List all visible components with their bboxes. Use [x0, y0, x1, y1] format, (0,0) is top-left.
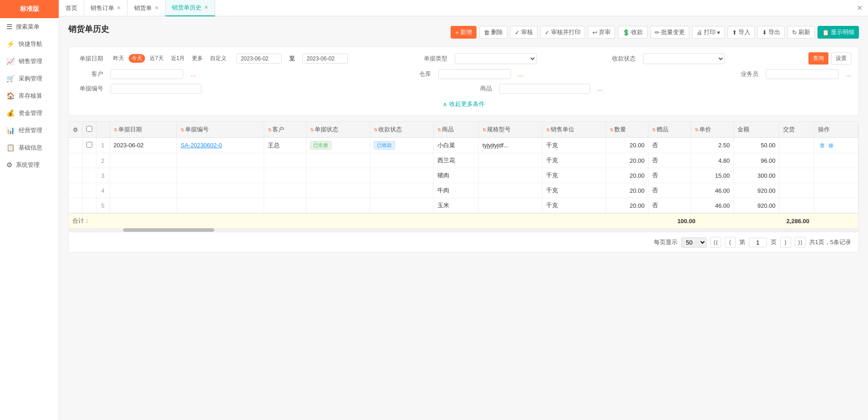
tab-sales-order-close[interactable]: ✕ — [117, 5, 121, 11]
sidebar-item-ops-mgmt[interactable]: 📊 经营管理 — [0, 122, 59, 139]
tab-sales-history-close[interactable]: ✕ — [204, 5, 208, 10]
more-action[interactable]: 操 — [827, 142, 835, 149]
th-customer[interactable]: ⇅客户 — [264, 122, 306, 138]
audit-button[interactable]: ✓ 审核 — [510, 26, 537, 39]
shortcut-more[interactable]: 更多 — [189, 54, 206, 63]
th-gift[interactable]: ⇅赠品 — [648, 122, 691, 138]
th-doc-status[interactable]: ⇅单据状态 — [306, 122, 370, 138]
tab-sales-order[interactable]: 销售订单 ✕ — [84, 0, 128, 16]
shortcut-7days[interactable]: 近7天 — [147, 54, 166, 63]
scrollbar-thumb[interactable] — [123, 228, 214, 232]
cell-unit: 千克 — [542, 198, 606, 213]
gear-icon[interactable]: ⚙ — [73, 126, 78, 133]
sidebar-item-basic-info[interactable]: 📋 基础信息 — [0, 139, 59, 156]
print-label: 打印 — [704, 28, 716, 36]
cell-spec: tyjyjtyjdf... — [479, 138, 542, 153]
goods-input[interactable] — [499, 84, 590, 94]
collect-button[interactable]: 💲 收款 — [618, 26, 647, 39]
show-detail-icon: 📋 — [822, 29, 829, 36]
next-page-btn[interactable]: ⟩ — [780, 237, 791, 248]
cell-customer — [264, 168, 306, 183]
tab-sales-history[interactable]: 销货单历史 ✕ — [166, 0, 215, 16]
doc-no-link[interactable]: SA-20230602-0 — [181, 142, 222, 149]
cell-trade — [779, 153, 814, 168]
sidebar-item-purchase-mgmt[interactable]: 🛒 采购管理 — [0, 70, 59, 87]
tab-sales-goods-close[interactable]: ✕ — [155, 5, 159, 11]
add-button[interactable]: + 新增 — [451, 26, 477, 39]
audit-icon: ✓ — [515, 29, 520, 36]
cell-no: 3 — [96, 168, 110, 183]
cell-qty: 20.00 — [606, 168, 648, 183]
settings-button[interactable]: 设置 — [831, 52, 851, 65]
cell-no: 1 — [96, 138, 110, 153]
salesman-input[interactable] — [766, 69, 838, 79]
tab-sales-goods[interactable]: 销货单 ✕ — [128, 0, 166, 16]
collapse-button[interactable]: ∧ 收起更多条件 — [441, 98, 487, 110]
prev-page-btn[interactable]: ⟨ — [725, 237, 736, 248]
th-trade[interactable]: 交货 — [779, 122, 814, 138]
audit-print-icon: ✓ — [545, 29, 550, 36]
tab-home-label: 首页 — [65, 4, 77, 12]
refresh-button[interactable]: ↻ 刷新 — [788, 26, 815, 39]
date-shortcuts: 昨天 今天 近7天 近1月 更多 自定义 — [110, 54, 229, 63]
sidebar-item-finance-mgmt[interactable]: 💰 资金管理 — [0, 105, 59, 122]
select-all-checkbox[interactable] — [86, 126, 92, 132]
show-detail-button[interactable]: 📋 显示明细 — [818, 26, 859, 39]
purchase-mgmt-icon: 🛒 — [6, 75, 15, 83]
last-page-btn[interactable]: ⟩⟩ — [795, 237, 806, 248]
salesman-label: 业务员 — [731, 70, 758, 78]
abandon-button[interactable]: ↩ 弃审 — [588, 26, 615, 39]
th-date[interactable]: ⇅单据日期 — [110, 122, 177, 138]
per-page-select[interactable]: 50 100 200 — [681, 237, 707, 248]
payment-status-select[interactable] — [643, 53, 725, 64]
row-checkbox[interactable] — [86, 142, 92, 148]
audit-print-button[interactable]: ✓ 审核并打印 — [540, 26, 585, 39]
export-button[interactable]: ⬇ 导出 — [758, 26, 785, 39]
sidebar-item-sales-mgmt[interactable]: 📈 销售管理 — [0, 53, 59, 70]
print-button[interactable]: 🖨 打印 ▾ — [692, 26, 725, 39]
cell-unit-price: 4.80 — [691, 153, 734, 168]
sidebar-item-search-menu[interactable]: ☰ 搜索菜单 — [0, 18, 59, 35]
th-amount[interactable]: 金额 — [734, 122, 779, 138]
query-button[interactable]: 查询 — [808, 52, 828, 65]
cell-customer — [264, 153, 306, 168]
th-unit[interactable]: ⇅销售单位 — [542, 122, 606, 138]
batch-change-button[interactable]: ✏ 批量变更 — [650, 26, 689, 39]
print-dropdown-icon: ▾ — [717, 29, 720, 36]
salesman-ellipsis[interactable]: ... — [846, 70, 851, 78]
tab-home[interactable]: 首页 — [59, 0, 84, 16]
shortcut-1month[interactable]: 近1月 — [168, 54, 188, 63]
horizontal-scrollbar[interactable] — [69, 228, 858, 232]
sidebar-item-inventory[interactable]: 🏠 库存核算 — [0, 87, 59, 105]
doc-type-select[interactable] — [455, 53, 537, 64]
sidebar-item-quick-nav[interactable]: ⚡ 快捷导航 — [0, 35, 59, 53]
date-from-input[interactable] — [236, 54, 282, 64]
warehouse-ellipsis[interactable]: ... — [518, 70, 524, 78]
customer-ellipsis[interactable]: ... — [191, 70, 196, 78]
th-qty[interactable]: ⇅数量 — [606, 122, 648, 138]
shortcut-custom[interactable]: 自定义 — [207, 54, 229, 63]
cell-unit-price: 46.00 — [691, 198, 734, 213]
th-goods[interactable]: ⇅商品 — [433, 122, 478, 138]
date-to-input[interactable] — [302, 54, 348, 64]
inventory-icon: 🏠 — [6, 92, 15, 100]
cell-payment-status: 已收款 — [370, 138, 434, 153]
th-spec[interactable]: ⇅规格型号 — [479, 122, 542, 138]
first-page-btn[interactable]: ⟨⟨ — [710, 237, 721, 248]
shortcut-yesterday[interactable]: 昨天 — [110, 54, 127, 63]
doc-no-input[interactable] — [110, 84, 201, 94]
customer-input[interactable] — [110, 69, 183, 79]
th-payment-status[interactable]: ⇅收款状态 — [370, 122, 434, 138]
import-button[interactable]: ⬆ 导入 — [728, 26, 755, 39]
th-doc-no[interactable]: ⇅单据编号 — [177, 122, 264, 138]
sidebar-item-sys-mgmt[interactable]: ⚙ 系统管理 — [0, 156, 59, 174]
goods-ellipsis[interactable]: ... — [597, 85, 603, 92]
page-number-input[interactable] — [749, 238, 767, 247]
th-unit-price[interactable]: ⇅单价 — [691, 122, 734, 138]
view-action[interactable]: 查 — [818, 142, 827, 149]
shortcut-today[interactable]: 今天 — [129, 54, 145, 63]
tab-bar-close[interactable]: ✕ — [851, 4, 868, 12]
delete-button[interactable]: 🗑 删除 — [479, 26, 507, 39]
warehouse-input[interactable] — [438, 69, 511, 79]
table-row: 3 猪肉 千克 20.00 否 15.00 300.00 — [69, 168, 858, 183]
